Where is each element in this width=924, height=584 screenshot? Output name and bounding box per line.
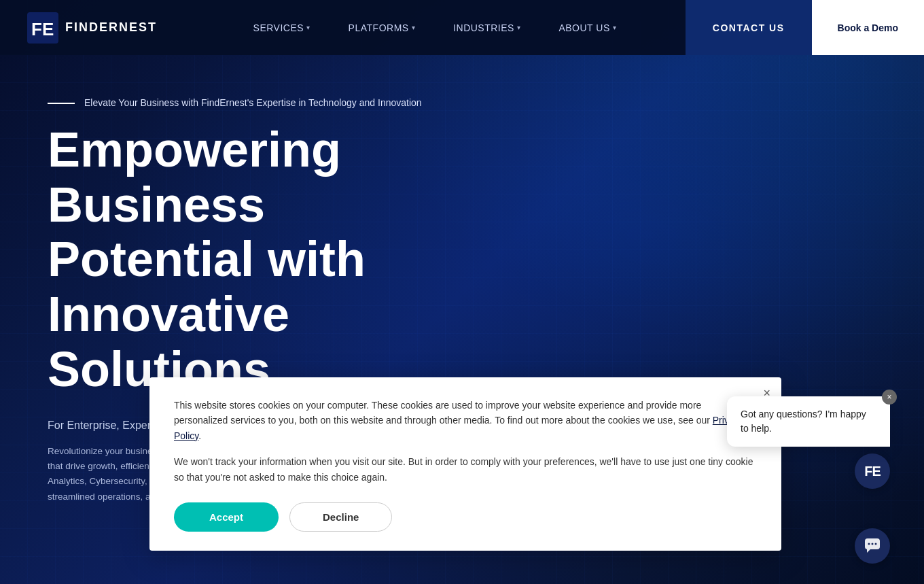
cookie-text-1: This website stores cookies on your comp… <box>174 398 757 443</box>
chat-icon <box>863 536 882 555</box>
chat-close-button[interactable]: × <box>882 390 897 405</box>
hero-tagline: Elevate Your Business with FindErnest's … <box>48 96 876 110</box>
logo[interactable]: FE FINDERNEST <box>0 12 184 44</box>
logo-icon: FE <box>27 12 58 44</box>
cookie-decline-button[interactable]: Decline <box>289 502 392 532</box>
tagline-text: Elevate Your Business with FindErnest's … <box>84 96 422 110</box>
cookie-accept-button[interactable]: Accept <box>174 502 279 532</box>
hero-title: Empowering Business Potential with Innov… <box>48 122 482 396</box>
chevron-down-icon: ▾ <box>306 24 310 31</box>
navbar: FE FINDERNEST SERVICES ▾ PLATFORMS ▾ IND… <box>0 0 924 55</box>
contact-us-button[interactable]: CONTACT US <box>686 0 812 55</box>
logo-name: FINDERNEST <box>65 20 157 35</box>
cookie-actions: Accept Decline <box>174 502 757 532</box>
svg-point-4 <box>868 543 870 545</box>
svg-text:FE: FE <box>31 19 54 39</box>
chat-avatar[interactable]: FE <box>855 453 890 489</box>
chat-avatar-text: FE <box>864 464 881 479</box>
nav-menu: SERVICES ▾ PLATFORMS ▾ INDUSTRIES ▾ ABOU… <box>184 0 686 55</box>
chat-bubble: × Got any questions? I'm happy to help. <box>727 396 890 447</box>
nav-services[interactable]: SERVICES ▾ <box>234 0 330 55</box>
svg-point-6 <box>875 543 877 545</box>
chat-trigger-button[interactable] <box>855 528 890 564</box>
nav-about-us[interactable]: ABOUT US ▾ <box>539 0 635 55</box>
cookie-banner: × This website stores cookies on your co… <box>149 377 781 551</box>
svg-point-5 <box>872 543 874 545</box>
chat-bubble-text: Got any questions? I'm happy to help. <box>741 409 866 434</box>
navbar-actions: CONTACT US Book a Demo <box>686 0 924 55</box>
book-demo-button[interactable]: Book a Demo <box>812 0 924 55</box>
chat-widget: × Got any questions? I'm happy to help. … <box>727 396 890 489</box>
chevron-down-icon: ▾ <box>412 24 416 31</box>
cookie-text-2: We won't track your information when you… <box>174 454 757 485</box>
nav-platforms[interactable]: PLATFORMS ▾ <box>330 0 435 55</box>
chevron-down-icon: ▾ <box>517 24 521 31</box>
tagline-line <box>48 103 75 104</box>
svg-marker-3 <box>867 549 870 553</box>
nav-industries[interactable]: INDUSTRIES ▾ <box>434 0 539 55</box>
chevron-down-icon: ▾ <box>613 24 617 31</box>
